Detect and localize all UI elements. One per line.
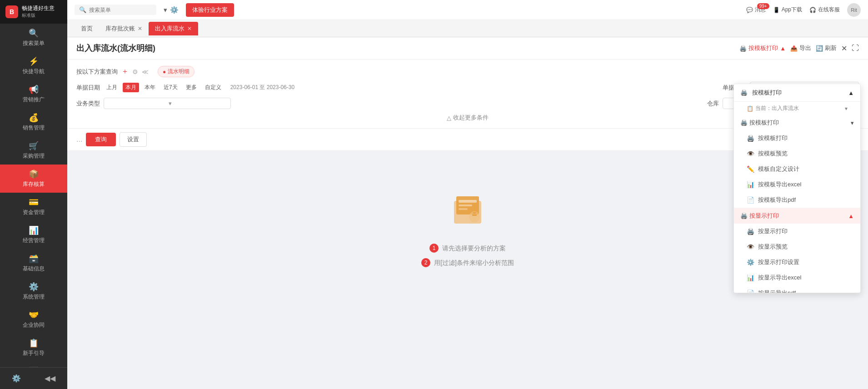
sidebar-item-operation[interactable]: 📊经营管理 (0, 221, 67, 249)
sidebar-label-collab: 企业协同 (23, 321, 45, 329)
template-print-button[interactable]: 🖨️ 按模板打印 ▲ (739, 44, 786, 52)
dropdown-chevron-up[interactable]: ▲ (848, 90, 854, 96)
export-button[interactable]: 📤 导出 (790, 44, 811, 52)
dropdown-title: 按模板打印 (752, 89, 782, 96)
date-tab-last-month[interactable]: 上月 (104, 83, 120, 92)
tabbar: 首页 库存批次账 ✕ 出入库流水 ✕ (67, 20, 868, 37)
date-tabs: 上月 本月 本年 近7天 更多 自定义 (104, 83, 224, 92)
sidebar-icon-marketing: 📢 (29, 85, 39, 95)
date-range: 2023-06-01 至 2023-06-30 (230, 84, 294, 91)
filter-row-1: 按以下方案查询 ＋ ⚙ ≪ ● 流水明细 (76, 66, 859, 77)
section-display-print-header[interactable]: 🖨️ 按显示打印 ▲ (734, 208, 860, 224)
sidebar-item-guide[interactable]: 📋新手引导 (0, 334, 67, 362)
sidebar-item-search[interactable]: 🔍搜索菜单 (0, 24, 67, 52)
topbar-gear-icon[interactable]: ⚙️ (170, 6, 179, 14)
business-type-arrow: ▾ (169, 100, 226, 107)
empty-illustration (445, 187, 490, 233)
dp-item-pdf-label: 按模板导出pdf (758, 196, 796, 204)
sidebar-label-purchase: 采购管理 (23, 152, 45, 160)
sidebar-label-quick-nav: 快捷导航 (23, 68, 45, 75)
sidebar-item-purchase[interactable]: 🛒采购管理 (0, 136, 67, 165)
sidebar-item-basic-info[interactable]: 🗃️基础信息 (0, 249, 67, 277)
page-header: 出入库流水(流水明细) 🖨️ 按模板打印 ▲ 📤 导出 🔄 刷新 ✕ ⛶ (67, 37, 868, 60)
sidebar-label-finance: 资金管理 (23, 209, 45, 216)
sidebar-nav: 🔍搜索菜单⚡快捷导航📢营销推广💰销售管理🛒采购管理📦库存核算💳资金管理📊经营管理… (0, 24, 67, 367)
dp-item-display-print[interactable]: 🖨️ 按显示打印 (734, 224, 860, 239)
dp-item-display-excel[interactable]: 📊 按显示导出excel (734, 270, 860, 285)
tab-stock-batch[interactable]: 库存批次账 ✕ (99, 22, 149, 35)
sidebar-label-operation: 经营管理 (23, 237, 45, 244)
dropdown-scroll: 📋 当前：出入库流水 ▾ 🖨️ 按模板打印 ▾ 🖨️ (734, 102, 860, 293)
topbar-chevron-icon[interactable]: ▾ (164, 6, 167, 14)
dp-item-template-excel[interactable]: 📊 按模板导出excel (734, 177, 860, 192)
headset-icon: 🎧 (809, 7, 816, 13)
export-icon: 📤 (790, 45, 798, 52)
tab-stock-flow[interactable]: 出入库流水 ✕ (149, 22, 198, 35)
svg-rect-3 (459, 204, 472, 206)
dp-item-display-pdf[interactable]: 📄 按显示导出pdf (734, 285, 860, 293)
current-label: 当前：出入库流水 (755, 105, 799, 112)
tab-home[interactable]: 首页 (75, 22, 99, 35)
tab-stock-flow-close[interactable]: ✕ (187, 25, 192, 32)
dp-item-template-pdf[interactable]: 📄 按模板导出pdf (734, 192, 860, 208)
svg-rect-4 (459, 208, 468, 210)
dp-item-excel-label: 按模板导出excel (758, 180, 801, 189)
logo-icon: B (5, 5, 18, 18)
sidebar-item-collab[interactable]: 🤝企业协同 (0, 305, 67, 334)
dp-item-display-excel-icon: 📊 (747, 274, 754, 281)
dp-item-customize-icon: ✏️ (747, 165, 754, 173)
dp-item-template-print[interactable]: 🖨️ 按模板打印 (734, 130, 860, 146)
tab-stock-batch-close[interactable]: ✕ (138, 25, 142, 32)
business-type-label: 业务类型 (76, 100, 100, 108)
date-tab-this-month[interactable]: 本月 (123, 83, 139, 92)
main-area: 🔍 ▾ ⚙️ 体验行业方案 💬 消息 99+ 📱 App下载 🎧 在线客服 Ri (67, 0, 868, 389)
sidebar-item-sales[interactable]: 💰销售管理 (0, 108, 67, 136)
message-btn[interactable]: 💬 消息 99+ (746, 6, 766, 14)
dp-item-template-customize[interactable]: ✏️ 模板自定义设计 (734, 161, 860, 177)
sidebar-label-inventory: 库存核算 (23, 180, 45, 188)
expand-icon[interactable]: ⛶ (852, 44, 859, 52)
section-display-icon: 🖨️ (740, 212, 748, 219)
trial-button[interactable]: 体验行业方案 (186, 3, 234, 17)
sidebar-settings-btn[interactable]: ⚙️ (10, 372, 23, 384)
sidebar-item-quick-nav[interactable]: ⚡快捷导航 (0, 52, 67, 80)
user-avatar[interactable]: Rit (847, 3, 861, 17)
dp-item-display-preview[interactable]: 👁️ 按显示预览 (734, 239, 860, 254)
more-btn[interactable]: ... (76, 135, 82, 144)
dp-item-display-print-label: 按显示打印 (758, 227, 788, 235)
tab-home-label: 首页 (81, 25, 93, 33)
topbar-search-box[interactable]: 🔍 (75, 5, 156, 15)
close-icon[interactable]: ✕ (841, 44, 847, 53)
filter-tag-flow[interactable]: ● 流水明细 (158, 66, 195, 77)
sidebar-item-finance[interactable]: 💳资金管理 (0, 193, 67, 221)
search-input[interactable] (89, 7, 148, 13)
date-tab-custom[interactable]: 自定义 (202, 83, 224, 92)
sidebar: B 畅捷通好生意 标准版 🔍搜索菜单⚡快捷导航📢营销推广💰销售管理🛒采购管理📦库… (0, 0, 67, 389)
customer-service-btn[interactable]: 🎧 在线客服 (809, 6, 840, 14)
sidebar-icon-collab: 🤝 (29, 310, 39, 320)
dp-item-display-settings[interactable]: ⚙️ 按显示打印设置 (734, 254, 860, 270)
sidebar-item-inventory[interactable]: 📦库存核算 (0, 165, 67, 193)
section-template-print-header[interactable]: 🖨️ 按模板打印 ▾ (734, 115, 860, 130)
date-tab-more[interactable]: 更多 (183, 83, 200, 92)
filter-add-btn[interactable]: ＋ (121, 67, 129, 76)
business-type-select[interactable]: ▾ (104, 98, 231, 109)
warehouse-label: 仓库 (707, 100, 719, 108)
dropdown-current: 📋 当前：出入库流水 ▾ (734, 102, 860, 115)
sidebar-item-app-center[interactable]: 🔲应用中心 (0, 362, 67, 367)
app-download-btn[interactable]: 📱 App下载 (773, 6, 802, 14)
svg-rect-7 (473, 212, 476, 214)
sidebar-label-guide: 新手引导 (23, 349, 45, 357)
filter-set-btn[interactable]: ⚙ (132, 68, 138, 75)
refresh-button[interactable]: 🔄 刷新 (816, 44, 837, 52)
setting-button[interactable]: 设置 (120, 132, 147, 147)
sidebar-item-marketing[interactable]: 📢营销推广 (0, 80, 67, 108)
sidebar-item-system[interactable]: ⚙️系统管理 (0, 277, 67, 305)
date-tab-7days[interactable]: 近7天 (161, 83, 180, 92)
query-button[interactable]: 查询 (86, 133, 116, 146)
print-dropdown-panel: 🖨️ 按模板打印 ▲ 📋 当前：出入库流水 ▾ 🖨️ 按模板打印 (733, 84, 861, 293)
date-tab-this-year[interactable]: 本年 (142, 83, 158, 92)
sidebar-collapse-btn[interactable]: ◀◀ (43, 372, 57, 384)
dp-item-template-preview[interactable]: 👁️ 按模板预览 (734, 146, 860, 161)
filter-collapse-btn[interactable]: ≪ (142, 68, 149, 75)
